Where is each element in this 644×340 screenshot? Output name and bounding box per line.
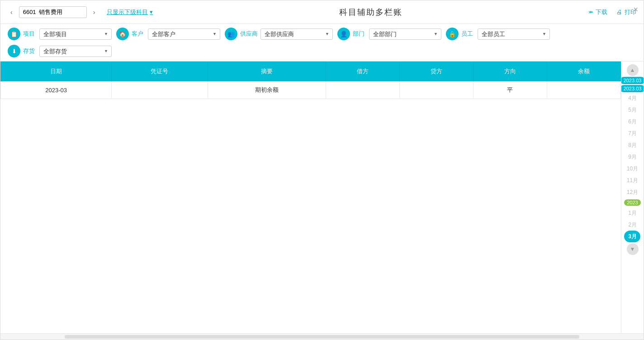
customer-label: 客户 [132, 30, 145, 38]
department-select[interactable]: 全部部门 [369, 28, 441, 40]
nav-next-button[interactable]: › [90, 8, 98, 17]
customer-select-wrapper: 全部客户 [148, 28, 220, 40]
department-select-wrapper: 全部部门 [369, 28, 441, 40]
show-sub-label: 只显示下级科目 [107, 8, 148, 16]
customer-filter-row: 🏠 客户 全部客户 [116, 28, 220, 40]
timeline-item[interactable]: 8月 [624, 139, 640, 151]
supplier-select-wrapper: 全部供应商 [260, 28, 333, 40]
timeline-scroll-up-button[interactable]: ▲ [627, 64, 639, 76]
close-button[interactable]: × [633, 5, 638, 14]
employee-select[interactable]: 全部员工 [478, 28, 550, 40]
table-row: 2023-03 期初余额 平 [1, 81, 621, 99]
cell-direction: 平 [474, 81, 547, 99]
col-balance: 余额 [547, 62, 620, 81]
col-date: 日期 [1, 62, 112, 81]
timeline-scroll-down-button[interactable]: ▼ [627, 243, 639, 255]
table-body: 2023-03 期初余额 平 [1, 81, 621, 99]
project-select-wrapper: 全部项目 [39, 28, 112, 40]
download-button[interactable]: ⤕ 下载 [588, 8, 607, 16]
horizontal-scrollbar-track [65, 335, 579, 339]
timeline-selected-top[interactable]: 2023.03 [621, 77, 644, 84]
timeline-panel: ▲ 2023.03 2023.03 4月5月6月7月8月9月10月11月12月2… [621, 61, 644, 333]
project-icon: 📋 [8, 28, 20, 40]
col-direction: 方向 [474, 62, 547, 81]
bottom-scrollbar[interactable] [0, 333, 644, 340]
employee-filter-row: 🔒 员工 全部员工 [446, 28, 550, 40]
cell-date: 2023-03 [1, 81, 112, 99]
customer-select[interactable]: 全部客户 [148, 28, 220, 40]
timeline-months: 4月5月6月7月8月9月10月11月12月20231月2月3月 [624, 92, 640, 242]
cell-summary: 期初余额 [208, 81, 326, 99]
customer-icon: 🏠 [116, 28, 129, 40]
employee-select-wrapper: 全部员工 [478, 28, 550, 40]
col-voucher: 凭证号 [112, 62, 208, 81]
ledger-table: 日期 凭证号 摘要 借方 贷方 方向 余额 2023-03 期初余额 平 [0, 61, 621, 99]
timeline-item[interactable]: 5月 [624, 104, 640, 116]
inventory-filter-row: ⬇ 存货 全部存货 [8, 45, 112, 57]
timeline-item[interactable]: 12月 [624, 186, 640, 198]
print-icon: 🖨 [616, 9, 622, 15]
timeline-item[interactable]: 11月 [624, 175, 640, 186]
inventory-label: 存货 [23, 47, 37, 55]
table-container: 日期 凭证号 摘要 借方 贷方 方向 余额 2023-03 期初余额 平 [0, 61, 644, 333]
department-label: 部门 [353, 30, 366, 38]
show-sub-filter[interactable]: 只显示下级科目 ▾ [107, 8, 153, 16]
timeline-item[interactable]: 2023 [624, 199, 640, 206]
cell-debit [326, 81, 400, 99]
timeline-item[interactable]: 10月 [624, 163, 640, 175]
timeline-item[interactable]: 7月 [624, 128, 640, 139]
department-icon: 👤 [337, 28, 350, 40]
nav-prev-button[interactable]: ‹ [8, 8, 15, 17]
project-select[interactable]: 全部项目 [39, 28, 112, 40]
inventory-select-wrapper: 全部存货 [39, 46, 112, 57]
employee-label: 员工 [461, 30, 475, 38]
timeline-selected-bottom[interactable]: 2023.03 [621, 85, 644, 92]
timeline-item[interactable]: 4月 [624, 92, 640, 104]
table-header-row: 日期 凭证号 摘要 借方 贷方 方向 余额 [1, 62, 621, 81]
col-credit: 贷方 [400, 62, 474, 81]
timeline-item[interactable]: 3月 [624, 231, 640, 242]
col-debit: 借方 [326, 62, 400, 81]
inventory-icon: ⬇ [8, 45, 20, 57]
chevron-down-icon: ▾ [150, 9, 153, 15]
supplier-select[interactable]: 全部供应商 [260, 28, 333, 40]
toolbar-right: ⤕ 下载 🖨 打印 [588, 8, 636, 16]
account-code-field: 6601 销售费用 [19, 6, 87, 18]
cell-credit [400, 81, 474, 99]
cell-voucher [112, 81, 208, 99]
cell-balance [547, 81, 620, 99]
col-summary: 摘要 [208, 62, 326, 81]
supplier-filter-row: 👥 供应商 全部供应商 [225, 28, 333, 40]
department-filter-row: 👤 部门 全部部门 [337, 28, 441, 40]
project-label: 项目 [23, 30, 37, 38]
main-content: 日期 凭证号 摘要 借方 贷方 方向 余额 2023-03 期初余额 平 [0, 61, 621, 333]
employee-icon: 🔒 [446, 28, 459, 40]
timeline-item[interactable]: 9月 [624, 151, 640, 163]
timeline-item[interactable]: 2月 [624, 219, 640, 231]
account-code-text: 6601 [23, 9, 36, 15]
top-bar: ‹ 6601 销售费用 › 只显示下级科目 ▾ 科目辅助多栏账 ⤕ 下载 🖨 打… [0, 0, 644, 24]
timeline-item[interactable]: 6月 [624, 116, 640, 128]
timeline-item[interactable]: 1月 [624, 207, 640, 219]
filter-bar: 📋 项目 全部项目 🏠 客户 全部客户 👥 供应商 全部供应商 [0, 24, 644, 61]
inventory-select[interactable]: 全部存货 [39, 46, 112, 57]
supplier-icon: 👥 [225, 28, 237, 40]
page-title: 科目辅助多栏账 [156, 7, 585, 18]
download-label: 下载 [596, 8, 607, 16]
supplier-label: 供应商 [240, 30, 258, 38]
project-filter-row: 📋 项目 全部项目 [8, 28, 112, 40]
account-name-text: 销售费用 [39, 8, 62, 16]
main-window: ‹ 6601 销售费用 › 只显示下级科目 ▾ 科目辅助多栏账 ⤕ 下载 🖨 打… [0, 0, 644, 340]
download-icon: ⤕ [588, 9, 593, 15]
